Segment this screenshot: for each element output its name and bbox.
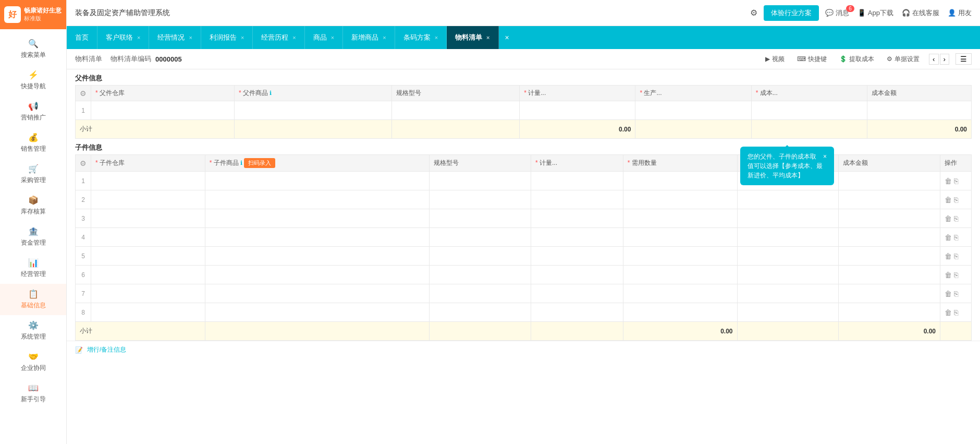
tab-new-goods-close[interactable]: × xyxy=(383,34,386,41)
prev-btn[interactable]: ‹ xyxy=(929,54,938,65)
child-row-1-copy-icon[interactable]: ⎘ xyxy=(954,177,958,185)
child-row-1-warehouse[interactable] xyxy=(91,172,205,190)
tab-bom[interactable]: 物料清单 × xyxy=(447,26,498,49)
sidebar-item-guide[interactable]: 📖 新手引导 xyxy=(0,378,66,409)
extract-cost-btn[interactable]: 💲 提取成本 xyxy=(836,54,877,65)
tab-barcode-close[interactable]: × xyxy=(435,34,438,41)
child-row-2-spec[interactable] xyxy=(430,190,531,209)
child-row-1-quantity[interactable] xyxy=(623,172,737,190)
next-btn[interactable]: › xyxy=(940,54,949,65)
sidebar-item-system[interactable]: ⚙️ 系统管理 xyxy=(0,315,66,346)
tab-history-close[interactable]: × xyxy=(292,34,296,41)
message-action[interactable]: 💬 消息 6 xyxy=(825,8,849,18)
child-row-2-delete-icon[interactable]: 🗑 xyxy=(945,196,952,204)
child-row-3-quantity[interactable] xyxy=(623,209,737,228)
child-row-7-warehouse[interactable] xyxy=(91,284,205,303)
sidebar-item-purchase[interactable]: 🛒 采购管理 xyxy=(0,159,66,190)
child-row-3-warehouse[interactable] xyxy=(91,209,205,228)
user-action[interactable]: 👤 用友 xyxy=(948,8,972,18)
child-row-4-spec[interactable] xyxy=(430,228,531,247)
child-row-4-warehouse[interactable] xyxy=(91,228,205,247)
child-row-5-delete-icon[interactable]: 🗑 xyxy=(945,252,952,260)
child-row-3-delete-icon[interactable]: 🗑 xyxy=(945,214,952,223)
tab-profit-close[interactable]: × xyxy=(241,34,244,41)
online-service-action[interactable]: 🎧 在线客服 xyxy=(902,8,939,18)
sidebar-item-quick-nav[interactable]: ⚡ 快捷导航 xyxy=(0,65,66,96)
child-row-8-quantity[interactable] xyxy=(623,303,737,322)
child-row-8-unit[interactable] xyxy=(531,303,623,322)
tab-barcode[interactable]: 条码方案 × xyxy=(395,26,447,49)
child-row-6-quantity[interactable] xyxy=(623,266,737,284)
child-row-1-delete-icon[interactable]: 🗑 xyxy=(945,177,952,185)
tab-customer[interactable]: 客户联络 × xyxy=(97,26,149,49)
tab-bom-close[interactable]: × xyxy=(486,34,489,41)
list-view-btn[interactable]: ☰ xyxy=(956,53,972,65)
sidebar-item-sales[interactable]: 💰 销售管理 xyxy=(0,127,66,159)
parent-row-1-warehouse[interactable] xyxy=(91,101,235,120)
child-row-7-spec[interactable] xyxy=(430,284,531,303)
child-row-7-goods[interactable] xyxy=(205,284,430,303)
tooltip-close-btn[interactable]: × xyxy=(823,152,827,161)
gear-button[interactable]: ⚙ xyxy=(750,8,757,18)
child-row-6-unit[interactable] xyxy=(531,266,623,284)
child-row-7-unit-cost[interactable] xyxy=(737,284,839,303)
child-row-4-goods[interactable] xyxy=(205,228,430,247)
child-row-3-spec[interactable] xyxy=(430,209,531,228)
tab-customer-close[interactable]: × xyxy=(137,34,140,41)
child-row-3-goods[interactable] xyxy=(205,209,430,228)
child-row-5-copy-icon[interactable]: ⎘ xyxy=(954,252,958,260)
child-row-2-copy-icon[interactable]: ⎘ xyxy=(954,196,958,204)
child-row-1-goods[interactable] xyxy=(205,172,430,190)
child-row-2-goods[interactable] xyxy=(205,190,430,209)
child-row-2-quantity[interactable] xyxy=(623,190,737,209)
child-row-8-unit-cost[interactable] xyxy=(737,303,839,322)
child-row-6-delete-icon[interactable]: 🗑 xyxy=(945,271,952,279)
child-row-6-unit-cost[interactable] xyxy=(737,266,839,284)
app-download-action[interactable]: 📱 App下载 xyxy=(858,8,893,18)
child-row-6-spec[interactable] xyxy=(430,266,531,284)
sidebar-item-finance[interactable]: 🏦 资金管理 xyxy=(0,221,66,253)
child-row-1-unit[interactable] xyxy=(531,172,623,190)
tab-goods[interactable]: 商品 × xyxy=(305,26,343,49)
child-row-3-unit[interactable] xyxy=(531,209,623,228)
child-row-5-unit-cost[interactable] xyxy=(737,247,839,266)
child-row-8-copy-icon[interactable]: ⎘ xyxy=(954,308,958,317)
child-row-6-goods[interactable] xyxy=(205,266,430,284)
experience-button[interactable]: 体验行业方案 xyxy=(764,5,819,21)
sidebar-item-marketing[interactable]: 📢 营销推广 xyxy=(0,96,66,127)
child-row-4-quantity[interactable] xyxy=(623,228,737,247)
child-row-2-warehouse[interactable] xyxy=(91,190,205,209)
sidebar-item-collab[interactable]: 🤝 企业协同 xyxy=(0,346,66,378)
child-row-4-copy-icon[interactable]: ⎘ xyxy=(954,233,958,242)
single-setting-btn[interactable]: ⚙ 单据设置 xyxy=(884,54,923,65)
child-row-3-copy-icon[interactable]: ⎘ xyxy=(954,214,958,223)
parent-row-1-cost[interactable] xyxy=(751,101,867,120)
tab-home[interactable]: 首页 xyxy=(67,26,97,49)
video-btn[interactable]: ▶ 视频 xyxy=(762,54,788,65)
child-settings-gear-icon[interactable]: ⚙ xyxy=(80,159,87,167)
parent-row-1-production[interactable] xyxy=(635,101,751,120)
child-row-2-unit-cost[interactable] xyxy=(737,190,839,209)
child-row-7-copy-icon[interactable]: ⎘ xyxy=(954,290,958,298)
child-row-3-unit-cost[interactable] xyxy=(737,209,839,228)
parent-row-1-spec[interactable] xyxy=(392,101,520,120)
child-row-4-delete-icon[interactable]: 🗑 xyxy=(945,233,952,242)
child-row-5-spec[interactable] xyxy=(430,247,531,266)
tab-new-goods[interactable]: 新增商品 × xyxy=(343,26,395,49)
child-row-5-unit[interactable] xyxy=(531,247,623,266)
child-row-7-quantity[interactable] xyxy=(623,284,737,303)
parent-row-1-unit[interactable] xyxy=(520,101,635,120)
child-row-6-warehouse[interactable] xyxy=(91,266,205,284)
child-row-8-warehouse[interactable] xyxy=(91,303,205,322)
child-row-8-delete-icon[interactable]: 🗑 xyxy=(945,308,952,317)
child-row-8-goods[interactable] xyxy=(205,303,430,322)
child-row-5-quantity[interactable] xyxy=(623,247,737,266)
child-row-5-goods[interactable] xyxy=(205,247,430,266)
tab-business-close[interactable]: × xyxy=(189,34,192,41)
child-row-1-spec[interactable] xyxy=(430,172,531,190)
parent-settings-gear-icon[interactable]: ⚙ xyxy=(80,89,87,98)
child-row-8-spec[interactable] xyxy=(430,303,531,322)
child-row-7-delete-icon[interactable]: 🗑 xyxy=(945,290,952,298)
sidebar-item-search[interactable]: 🔍 搜索菜单 xyxy=(0,33,66,65)
footer-label[interactable]: 增行/备注信息 xyxy=(87,345,126,354)
